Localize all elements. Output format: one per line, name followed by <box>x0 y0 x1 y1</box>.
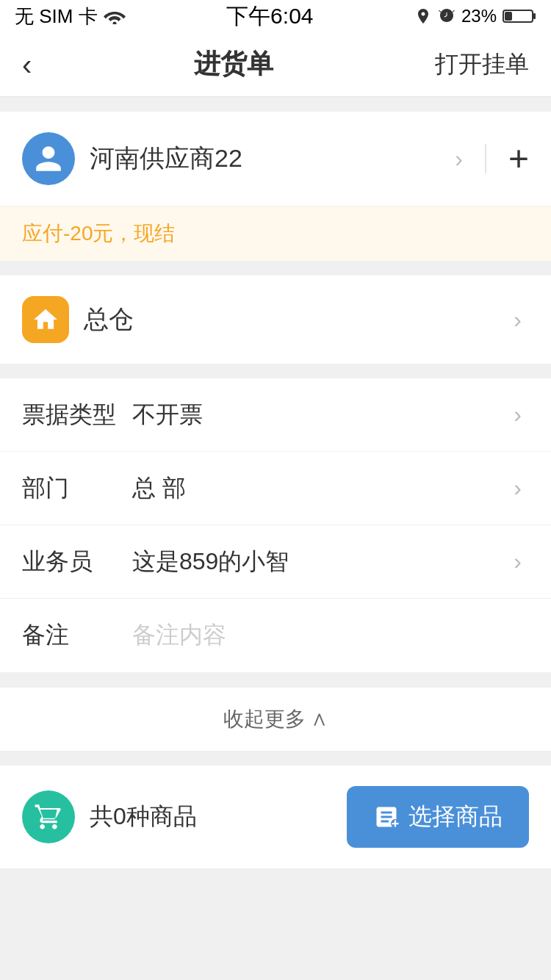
status-bar: 无 SIM 卡 下午6:04 23% <box>0 0 551 32</box>
salesperson-chevron-icon: › <box>514 548 529 575</box>
status-time: 下午6:04 <box>226 1 313 32</box>
wifi-icon <box>104 8 126 24</box>
back-button[interactable]: ‹ <box>22 50 32 79</box>
supplier-section: 河南供应商22 › + 应付-20元，现结 <box>0 112 551 261</box>
status-right: 23% <box>414 6 536 26</box>
salesperson-label: 业务员 <box>22 546 125 578</box>
supplier-avatar <box>22 132 75 185</box>
collapse-more-button[interactable]: 收起更多 ∧ <box>0 687 551 751</box>
svg-rect-2 <box>533 13 536 19</box>
warehouse-name: 总仓 <box>84 303 514 336</box>
cart-icon <box>34 802 63 832</box>
form-section: 票据类型 不开票 › 部门 总 部 › 业务员 这是859的小智 › 备注 备注… <box>0 378 551 672</box>
bottom-section: 共0种商品 选择商品 <box>0 765 551 868</box>
select-product-label: 选择商品 <box>408 801 503 833</box>
main-background <box>0 868 551 980</box>
remark-label: 备注 <box>22 619 125 652</box>
person-icon <box>33 143 64 174</box>
remark-row[interactable]: 备注 备注内容 <box>0 599 551 672</box>
salesperson-row[interactable]: 业务员 这是859的小智 › <box>0 525 551 599</box>
warehouse-row[interactable]: 总仓 › <box>0 275 551 364</box>
supplier-name: 河南供应商22 <box>90 142 455 176</box>
page-title: 进货单 <box>194 46 273 82</box>
add-product-icon <box>373 804 400 830</box>
add-supplier-button[interactable]: + <box>508 141 529 176</box>
ticket-type-value: 不开票 <box>125 399 514 431</box>
product-count-label: 共0种商品 <box>90 801 332 833</box>
svg-point-0 <box>112 22 116 25</box>
ticket-type-label: 票据类型 <box>22 399 125 431</box>
supplier-row[interactable]: 河南供应商22 › + <box>0 112 551 206</box>
select-product-button[interactable]: 选择商品 <box>347 786 529 848</box>
battery-icon <box>503 8 536 24</box>
notice-row: 应付-20元，现结 <box>0 206 551 261</box>
remark-input[interactable]: 备注内容 <box>125 619 529 652</box>
department-row[interactable]: 部门 总 部 › <box>0 452 551 525</box>
alarm-icon <box>438 7 455 25</box>
salesperson-value: 这是859的小智 <box>125 546 514 578</box>
svg-rect-3 <box>505 12 512 21</box>
department-value: 总 部 <box>125 472 514 505</box>
warehouse-icon-wrapper <box>22 296 69 343</box>
cart-icon-wrapper <box>22 790 75 843</box>
select-product-icon <box>373 804 400 830</box>
warehouse-building-icon <box>32 306 60 334</box>
section-divider-1 <box>0 97 551 112</box>
department-chevron-icon: › <box>514 475 529 502</box>
department-label: 部门 <box>22 472 125 505</box>
ticket-type-chevron-icon: › <box>514 401 529 428</box>
status-carrier: 无 SIM 卡 <box>15 4 126 29</box>
ticket-type-row[interactable]: 票据类型 不开票 › <box>0 378 551 452</box>
open-pending-button[interactable]: 打开挂单 <box>435 48 529 81</box>
supplier-divider <box>485 144 486 173</box>
warehouse-section: 总仓 › <box>0 275 551 364</box>
nav-bar: ‹ 进货单 打开挂单 <box>0 32 551 97</box>
location-icon <box>414 7 432 25</box>
warehouse-chevron-icon: › <box>514 306 529 334</box>
supplier-chevron-icon: › <box>455 145 463 173</box>
